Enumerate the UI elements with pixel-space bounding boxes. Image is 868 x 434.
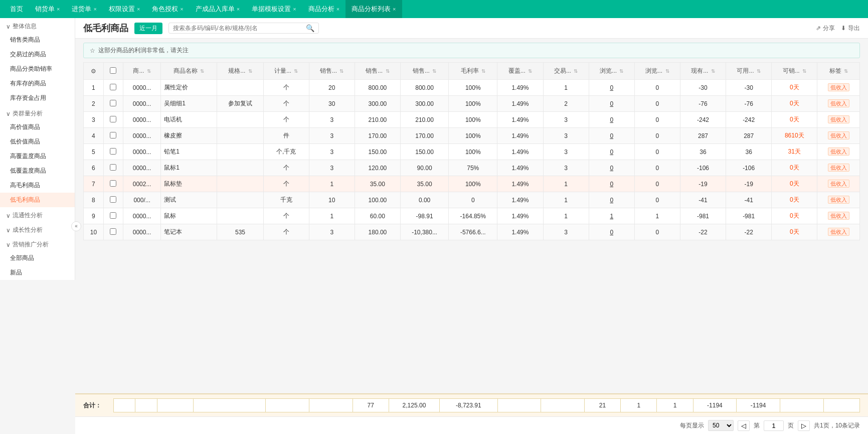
sidebar-item-高毛利商品[interactable]: 高毛利商品: [0, 178, 75, 193]
row-checkbox[interactable]: [103, 224, 123, 240]
nav-item-首页[interactable]: 首页: [4, 0, 29, 18]
row-checkbox-input[interactable]: [110, 196, 116, 203]
row-code: 0000...: [123, 160, 161, 176]
col-browse1[interactable]: 浏览... ⇅: [589, 63, 634, 80]
checkbox-col[interactable]: [103, 63, 123, 80]
sidebar-item-低价值商品[interactable]: 低价值商品: [0, 134, 75, 149]
nav-item-销货单[interactable]: 销货单×: [29, 0, 66, 18]
row-checkbox-input[interactable]: [110, 228, 116, 235]
nav-close-icon[interactable]: ×: [57, 6, 60, 12]
row-gross-margin: -5766.6...: [449, 224, 497, 240]
data-table: ⚙ 商... ⇅ 商品名称 ⇅ 规格... ⇅ 计量... ⇅ 销售... ⇅ …: [83, 62, 860, 240]
sidebar-group-营销推广分析: ∨ 营销推广分析: [0, 236, 75, 251]
nav-item-进货单[interactable]: 进货单×: [66, 0, 102, 18]
row-browse1: 0: [589, 112, 634, 128]
total-cell: [541, 399, 585, 412]
col-spec[interactable]: 规格... ⇅: [217, 63, 263, 80]
nav-item-单据模板设置[interactable]: 单据模板设置×: [246, 0, 302, 18]
col-code[interactable]: 商... ⇅: [123, 63, 161, 80]
row-browse1-link[interactable]: 1: [610, 213, 613, 220]
row-coverage: 1.49%: [497, 128, 543, 144]
settings-col[interactable]: ⚙: [84, 63, 104, 80]
row-checkbox-input[interactable]: [110, 116, 116, 122]
row-browse1-link[interactable]: 0: [610, 116, 613, 123]
col-sales-qty[interactable]: 销售... ⇅: [309, 63, 355, 80]
search-input[interactable]: [173, 25, 306, 32]
nav-item-角色授权[interactable]: 角色授权×: [146, 0, 189, 18]
sidebar-item-库存资金占用[interactable]: 库存资金占用: [0, 91, 75, 105]
share-button[interactable]: ⇗ 分享: [816, 24, 835, 33]
nav-close-icon[interactable]: ×: [336, 6, 339, 12]
search-icon[interactable]: 🔍: [306, 24, 314, 32]
col-trade[interactable]: 交易... ⇅: [543, 63, 589, 80]
nav-close-icon[interactable]: ×: [393, 6, 396, 12]
col-coverage[interactable]: 覆盖... ⇅: [497, 63, 543, 80]
sidebar-item-全部商品[interactable]: 全部商品: [0, 251, 75, 265]
row-checkbox[interactable]: [103, 112, 123, 128]
row-checkbox-input[interactable]: [110, 148, 116, 155]
row-checkbox[interactable]: [103, 192, 123, 208]
col-browse2[interactable]: 浏览... ⇅: [634, 63, 680, 80]
nav-close-icon[interactable]: ×: [93, 6, 96, 12]
col-unit[interactable]: 计量... ⇅: [263, 63, 309, 80]
col-sales-price[interactable]: 销售... ⇅: [355, 63, 400, 80]
row-browse1-link[interactable]: 0: [610, 165, 613, 172]
sidebar-item-低覆盖度商品[interactable]: 低覆盖度商品: [0, 164, 75, 178]
sidebar-item-高价值商品[interactable]: 高价值商品: [0, 120, 75, 134]
prev-page-button[interactable]: ◁: [738, 420, 750, 431]
nav-close-icon[interactable]: ×: [237, 6, 240, 12]
row-checkbox[interactable]: [103, 176, 123, 192]
row-number: 10: [84, 224, 104, 240]
sidebar-item-低毛利商品[interactable]: 低毛利商品: [0, 193, 75, 207]
row-browse1-link[interactable]: 0: [610, 132, 613, 139]
row-checkbox-input[interactable]: [110, 164, 116, 171]
row-browse1-link[interactable]: 0: [610, 84, 613, 91]
sidebar-item-有库存的商品[interactable]: 有库存的商品: [0, 76, 75, 91]
col-sales-amount[interactable]: 销售... ⇅: [400, 63, 448, 80]
per-page-select[interactable]: 50 100 200: [708, 420, 734, 431]
sidebar-item-新品[interactable]: 新品: [0, 265, 75, 280]
row-browse1-link[interactable]: 0: [610, 197, 613, 204]
row-browse1-link[interactable]: 0: [610, 149, 613, 156]
sidebar-item-销售类商品[interactable]: 销售类商品: [0, 33, 75, 47]
export-button[interactable]: ⬇ 导出: [841, 24, 860, 33]
page-number-input[interactable]: [764, 420, 784, 431]
row-checkbox[interactable]: [103, 80, 123, 96]
col-sellable-days[interactable]: 可销... ⇅: [772, 63, 817, 80]
row-checkbox-input[interactable]: [110, 132, 116, 138]
row-sales-price: 35.00: [355, 176, 400, 192]
header-actions: ⇗ 分享 ⬇ 导出: [816, 24, 860, 33]
row-checkbox-input[interactable]: [110, 212, 116, 219]
sidebar-item-高覆盖度商品[interactable]: 高覆盖度商品: [0, 149, 75, 164]
row-coverage: 1.49%: [497, 224, 543, 240]
row-checkbox[interactable]: [103, 144, 123, 160]
nav-item-商品分析列表[interactable]: 商品分析列表×: [345, 0, 402, 18]
sidebar-item-交易过的商品[interactable]: 交易过的商品: [0, 47, 75, 62]
col-tag[interactable]: 标签 ⇅: [817, 63, 860, 80]
nav-close-icon[interactable]: ×: [180, 6, 183, 12]
col-current-stock[interactable]: 现有... ⇅: [680, 63, 726, 80]
row-checkbox-input[interactable]: [110, 100, 116, 106]
row-checkbox[interactable]: [103, 160, 123, 176]
nav-item-权限设置[interactable]: 权限设置×: [103, 0, 146, 18]
nav-close-icon[interactable]: ×: [293, 6, 296, 12]
sidebar-item-商品分类助销率[interactable]: 商品分类助销率: [0, 62, 75, 76]
row-browse1-link[interactable]: 0: [610, 181, 613, 188]
col-name[interactable]: 商品名称 ⇅: [161, 63, 217, 80]
row-checkbox[interactable]: [103, 208, 123, 224]
row-checkbox[interactable]: [103, 128, 123, 144]
nav-item-商品分析[interactable]: 商品分析×: [302, 0, 345, 18]
row-checkbox-input[interactable]: [110, 84, 116, 90]
select-all-checkbox[interactable]: [110, 67, 116, 74]
nav-item-产成品入库单[interactable]: 产成品入库单×: [190, 0, 246, 18]
nav-close-icon[interactable]: ×: [137, 6, 140, 12]
row-checkbox[interactable]: [103, 96, 123, 112]
sidebar-collapse-button[interactable]: «: [71, 221, 81, 231]
col-gross-margin[interactable]: 毛利率 ⇅: [449, 63, 497, 80]
col-available-stock[interactable]: 可用... ⇅: [726, 63, 772, 80]
row-browse1-link[interactable]: 0: [610, 100, 613, 107]
next-page-button[interactable]: ▷: [798, 420, 810, 431]
row-browse1-link[interactable]: 0: [610, 229, 613, 236]
period-button[interactable]: 近一月: [134, 23, 162, 34]
row-checkbox-input[interactable]: [110, 180, 116, 187]
